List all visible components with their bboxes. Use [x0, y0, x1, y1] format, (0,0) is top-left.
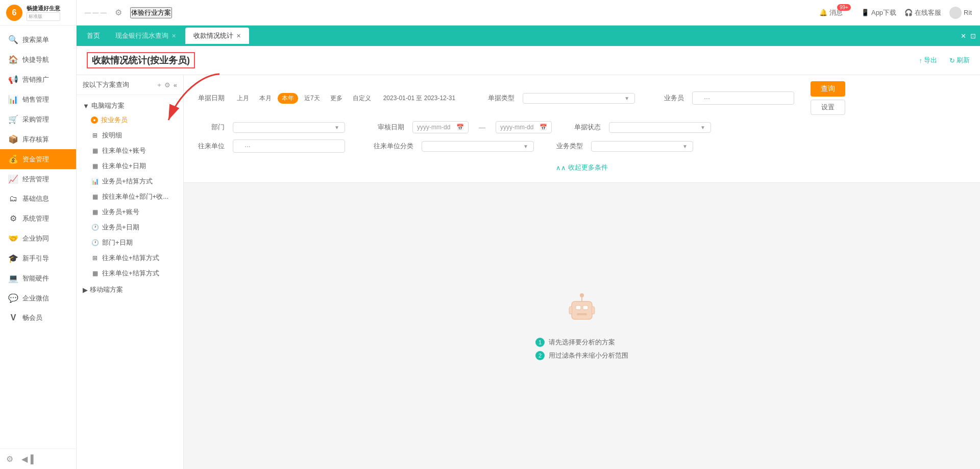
scheme-item-staff-settle[interactable]: 📊 业务员+结算方式 [77, 174, 183, 189]
sidebar-item-system[interactable]: ⚙ 系统管理 [0, 208, 76, 228]
sidebar-item-search[interactable]: 🔍 搜索菜单 [0, 30, 76, 50]
page-title-bar: 收款情况统计(按业务员) ↑ 导出 ↻ 刷新 [77, 46, 980, 75]
breadcrumb-text: — — — [85, 9, 107, 16]
partner-class-select[interactable]: ▼ [422, 141, 534, 152]
tab-home[interactable]: 首页 [81, 28, 106, 44]
sidebar-item-finance[interactable]: 💰 资金管理 [0, 149, 76, 169]
biz-type-label: 业务类型 [552, 142, 583, 151]
collapse-panel-btn[interactable]: « [174, 81, 177, 89]
query-btn[interactable]: 查询 [811, 81, 845, 97]
purchase-icon: 🛒 [8, 114, 18, 124]
chevron-down-icon4: ▼ [523, 144, 528, 149]
partner-select[interactable]: ··· [233, 139, 345, 153]
top-header: — — — ⚙ 体验行业方案 🔔 消息 99+ 📱 App下载 🎧 在线客服 R… [77, 0, 980, 26]
empty-state: 1 请先选择要分析的方案 2 用过滤条件来缩小分析范围 [535, 289, 628, 364]
settings-footer-icon[interactable]: ⚙ [6, 454, 13, 464]
scheme-item-partner-date[interactable]: ▦ 往来单位+日期 [77, 158, 183, 174]
filter-area: 单据日期 上月 本月 本年 近7天 更多 自定义 2023-01-01 至 20… [184, 75, 980, 183]
sidebar-item-enterprise[interactable]: 🤝 企业协同 [0, 228, 76, 248]
tab-receipts-close[interactable]: ✕ [236, 33, 241, 39]
user-avatar[interactable]: Rit [949, 7, 972, 19]
online-service-btn[interactable]: 🎧 在线客服 [904, 8, 941, 17]
tab-bank-flow[interactable]: 现金银行流水查询 ✕ [107, 28, 184, 44]
scheme-group-mobile[interactable]: ▶ 移动端方案 [77, 283, 183, 296]
partner-date-icon: ▦ [91, 162, 99, 170]
scheme-item-detail[interactable]: ⊞ 按明细 [77, 128, 183, 143]
date-tabs: 上月 本月 本年 近7天 更多 自定义 [233, 93, 375, 104]
scheme-item-by-staff[interactable]: ● 按业务员 [77, 112, 183, 128]
scheme-group-desktop[interactable]: ▼ 电脑端方案 [77, 99, 183, 112]
staff-more-btn[interactable]: ··· [702, 94, 712, 102]
sidebar-item-member[interactable]: V 畅会员 [0, 308, 76, 327]
content-wrapper: 按以下方案查询 + ⚙ « ▼ 电脑端方案 [77, 75, 980, 469]
sidebar-item-wechat[interactable]: 💬 企业微信 [0, 288, 76, 308]
sidebar-item-label: 新手引导 [22, 254, 49, 263]
partner-more-btn[interactable]: ··· [242, 142, 253, 150]
username-label: Rit [964, 9, 972, 16]
sidebar-item-marketing[interactable]: 📢 营销推广 [0, 69, 76, 89]
sidebar-item-guide[interactable]: 🎓 新手引导 [0, 248, 76, 268]
scheme-item-partner-acct[interactable]: ▦ 往来单位+账号 [77, 143, 183, 158]
scheme-item-staff-date[interactable]: 🕐 业务员+日期 [77, 220, 183, 235]
sidebar-item-sales[interactable]: 📊 销售管理 [0, 89, 76, 109]
date-tab-custom[interactable]: 自定义 [349, 93, 375, 104]
export-btn[interactable]: ↑ 导出 [919, 56, 938, 65]
tip-1: 1 请先选择要分析的方案 [535, 338, 628, 347]
window-minimize-icon[interactable]: ✕ [961, 32, 966, 40]
staff-scheme-icon: ● [91, 116, 98, 124]
audit-date-from[interactable]: yyyy-mm-dd 📅 [412, 121, 469, 133]
scheme-item-staff-acct[interactable]: ▦ 业务员+账号 [77, 204, 183, 220]
app-download-btn[interactable]: 📱 App下载 [861, 8, 896, 17]
header-settings-icon[interactable]: ⚙ [115, 8, 122, 17]
staff-select[interactable]: ··· [692, 91, 794, 105]
collapse-footer-icon[interactable]: ◀▐ [21, 454, 33, 464]
scheme-item-dept-date[interactable]: 🕐 部门+日期 [77, 235, 183, 250]
biz-type-select[interactable]: ▼ [591, 141, 693, 152]
sidebar-item-purchase[interactable]: 🛒 采购管理 [0, 109, 76, 129]
tip-2: 2 用过滤条件来缩小分析范围 [535, 351, 628, 360]
tip-text-1: 请先选择要分析的方案 [549, 338, 615, 347]
tab-bank-flow-close[interactable]: ✕ [172, 33, 176, 39]
sidebar-item-label: 智能硬件 [22, 274, 49, 283]
home-icon: 🏠 [8, 55, 18, 64]
sidebar-item-label: 基础信息 [22, 194, 49, 203]
sidebar-item-smart[interactable]: 💻 智能硬件 [0, 268, 76, 288]
tab-receipts-label: 收款情况统计 [193, 31, 233, 40]
inventory-icon: 📦 [8, 134, 18, 144]
doc-type-label: 单据类型 [484, 93, 514, 103]
search-icon: 🔍 [8, 35, 18, 44]
collapse-filter-btn[interactable]: ∧∧ 收起更多条件 [194, 159, 970, 176]
audit-date-to-value: yyyy-mm-dd [500, 124, 533, 131]
sidebar-item-quick-nav[interactable]: 🏠 快捷导航 [0, 50, 76, 69]
dept-label: 部门 [194, 123, 225, 132]
sidebar-item-inventory[interactable]: 📦 库存核算 [0, 129, 76, 149]
doc-type-select[interactable]: ▼ [523, 93, 635, 104]
sidebar-item-basic[interactable]: 🗂 基础信息 [0, 189, 76, 208]
date-tab-last-month[interactable]: 上月 [233, 93, 253, 104]
header-breadcrumb: — — — [85, 9, 107, 16]
scheme-item-partner-settle2[interactable]: ▦ 往来单位+结算方式 [77, 266, 183, 281]
setting-btn[interactable]: 设置 [811, 100, 845, 115]
finance-icon: 💰 [8, 154, 18, 164]
date-tab-7days[interactable]: 近7天 [300, 93, 324, 104]
dept-select[interactable]: ▼ [233, 122, 345, 133]
sidebar-item-label: 经营管理 [22, 175, 49, 184]
doc-status-select[interactable]: ▼ [609, 122, 711, 133]
scheme-item-partner-dept[interactable]: ▦ 按往来单位+部门+收... [77, 189, 183, 204]
tab-receipts[interactable]: 收款情况统计 ✕ [185, 28, 249, 44]
sidebar-item-label: 销售管理 [22, 95, 49, 104]
sidebar-item-operations[interactable]: 📈 经营管理 [0, 169, 76, 189]
date-tab-more[interactable]: 更多 [326, 93, 347, 104]
message-count-badge: 99+ [837, 4, 851, 11]
trial-btn[interactable]: 体验行业方案 [130, 7, 172, 18]
add-scheme-btn[interactable]: + [157, 81, 161, 89]
chevron-down-icon: ▼ [624, 96, 629, 101]
date-tab-this-year[interactable]: 本年 [278, 93, 298, 104]
scheme-item-partner-settle1[interactable]: ⊞ 往来单位+结算方式 [77, 250, 183, 266]
date-tab-this-month[interactable]: 本月 [255, 93, 276, 104]
messages-btn[interactable]: 🔔 消息 99+ [819, 8, 843, 17]
window-maximize-icon[interactable]: ⊡ [970, 32, 976, 40]
audit-date-to[interactable]: yyyy-mm-dd 📅 [496, 121, 552, 133]
scheme-settings-btn[interactable]: ⚙ [164, 81, 170, 89]
refresh-btn[interactable]: ↻ 刷新 [949, 56, 970, 65]
